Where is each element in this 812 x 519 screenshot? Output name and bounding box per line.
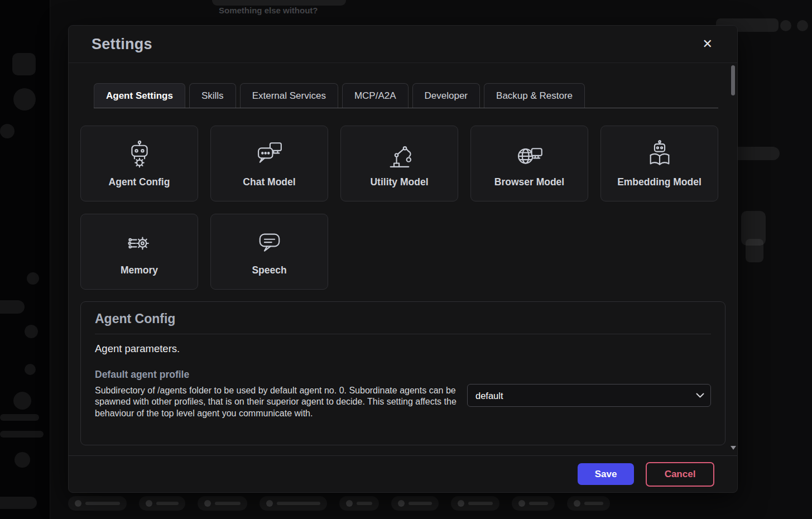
section-title: Agent Config bbox=[95, 311, 711, 326]
speech-bubble-icon bbox=[253, 227, 286, 260]
field-default-agent-profile: Default agent profile Subdirectory of /a… bbox=[95, 369, 711, 419]
tab-bar: Agent Settings Skills External Services … bbox=[94, 83, 718, 108]
scrollbar-thumb[interactable] bbox=[731, 65, 735, 95]
background-toolbar bbox=[68, 496, 610, 511]
robot-arm-icon bbox=[383, 139, 416, 171]
field-info: Default agent profile Subdirectory of /a… bbox=[95, 369, 460, 419]
modal-scrollbar[interactable] bbox=[730, 65, 736, 453]
nav-card-label: Chat Model bbox=[243, 176, 295, 188]
settings-nav-cards: Agent Config Chat Model bbox=[80, 126, 725, 290]
tab-mcp-a2a[interactable]: MCP/A2A bbox=[342, 83, 409, 108]
modal-header: Settings ✕ bbox=[69, 26, 737, 63]
nav-card-label: Memory bbox=[121, 265, 158, 276]
tab-external-services[interactable]: External Services bbox=[240, 83, 338, 108]
background-sidebar bbox=[0, 0, 50, 519]
chat-monitor-icon bbox=[253, 139, 286, 171]
nav-card-label: Utility Model bbox=[370, 176, 428, 188]
robot-book-icon bbox=[643, 139, 676, 171]
close-button[interactable]: ✕ bbox=[699, 36, 716, 52]
tab-skills[interactable]: Skills bbox=[189, 83, 236, 108]
dimmed-pill bbox=[260, 496, 327, 511]
nav-card-label: Embedding Model bbox=[617, 176, 702, 188]
section-subtitle: Agent parameters. bbox=[95, 343, 711, 355]
tab-agent-settings[interactable]: Agent Settings bbox=[94, 83, 185, 108]
dimmed-pill bbox=[567, 496, 610, 511]
close-icon: ✕ bbox=[703, 37, 713, 51]
modal-body: Agent Settings Skills External Services … bbox=[69, 63, 737, 455]
nav-card-memory[interactable]: Memory bbox=[80, 214, 198, 290]
tab-developer[interactable]: Developer bbox=[412, 83, 481, 108]
nav-card-agent-config[interactable]: Agent Config bbox=[80, 126, 198, 201]
nav-card-embedding-model[interactable]: Embedding Model bbox=[600, 126, 718, 201]
cancel-button[interactable]: Cancel bbox=[646, 462, 714, 487]
background-chat-bubble bbox=[212, 0, 346, 6]
save-button[interactable]: Save bbox=[578, 463, 634, 485]
nav-card-label: Agent Config bbox=[109, 176, 170, 188]
nav-card-label: Speech bbox=[252, 265, 286, 276]
agent-config-section: Agent Config Agent parameters. Default a… bbox=[80, 301, 725, 445]
robot-head-icon bbox=[123, 139, 156, 171]
dimmed-pill bbox=[339, 496, 379, 511]
field-label: Default agent profile bbox=[95, 369, 460, 381]
modal-footer: Save Cancel bbox=[69, 455, 737, 492]
dimmed-pill bbox=[512, 496, 555, 511]
nav-card-chat-model[interactable]: Chat Model bbox=[210, 126, 328, 201]
nav-card-label: Browser Model bbox=[494, 176, 564, 188]
dimmed-pill bbox=[391, 496, 439, 511]
background-chat-message: Something else without? bbox=[219, 6, 318, 15]
field-description: Subdirectory of /agents folder to be use… bbox=[95, 385, 460, 419]
section-divider bbox=[95, 334, 711, 334]
nav-card-utility-model[interactable]: Utility Model bbox=[340, 126, 458, 201]
nav-card-speech[interactable]: Speech bbox=[210, 214, 328, 290]
default-agent-profile-select[interactable]: default bbox=[467, 384, 711, 407]
field-control: default bbox=[467, 369, 711, 419]
tab-backup-restore[interactable]: Backup & Restore bbox=[484, 83, 585, 108]
scrollbar-down-arrow-icon[interactable] bbox=[731, 446, 736, 450]
nav-card-browser-model[interactable]: Browser Model bbox=[470, 126, 588, 201]
dimmed-pill bbox=[198, 496, 247, 511]
modal-title: Settings bbox=[92, 36, 152, 53]
dimmed-pill bbox=[68, 496, 127, 511]
dimmed-pill bbox=[451, 496, 499, 511]
circuit-gear-icon bbox=[123, 227, 156, 260]
settings-modal: Settings ✕ Agent Settings Skills Externa… bbox=[68, 25, 738, 493]
globe-monitor-icon bbox=[513, 139, 546, 171]
dimmed-pill bbox=[139, 496, 185, 511]
